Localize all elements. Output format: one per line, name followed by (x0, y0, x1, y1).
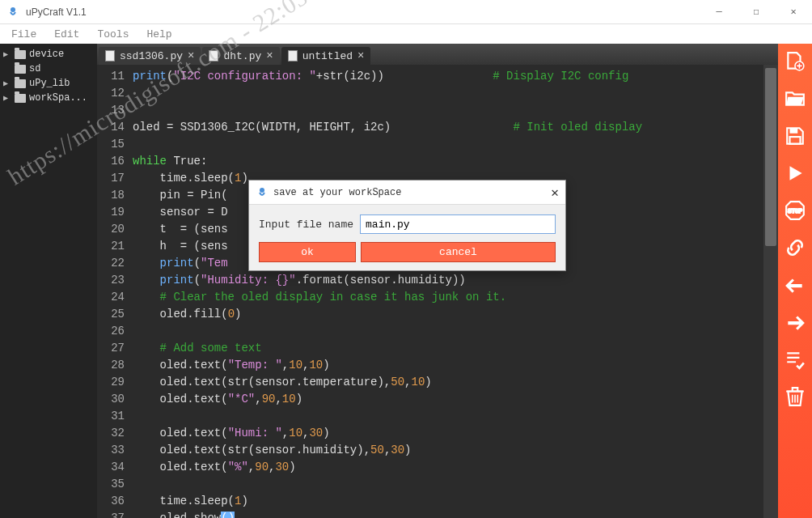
tab-close-icon[interactable]: × (266, 49, 273, 62)
menu-bar: File Edit Tools Help (0, 24, 812, 44)
svg-point-5 (260, 188, 264, 193)
connect-icon[interactable] (782, 235, 808, 261)
line-number-gutter: 11 12 13 14 15 16 17 18 19 20 21 22 23 2… (97, 65, 133, 518)
tree-item-device[interactable]: ▶device (0, 47, 97, 62)
svg-point-0 (11, 7, 15, 12)
tab-untitled[interactable]: untitled× (281, 47, 371, 65)
tree-item-workspace[interactable]: ▶workSpa... (0, 91, 97, 105)
file-tree-sidebar: ▶device sd ▶uPy_lib ▶workSpa... (0, 44, 97, 518)
dialog-title-text: save at your workSpace (273, 187, 401, 198)
save-icon[interactable] (782, 123, 808, 149)
tab-close-icon[interactable]: × (357, 49, 364, 62)
scrollbar-thumb[interactable] (765, 68, 776, 246)
title-bar: uPyCraft V1.1 ─ ☐ ✕ (0, 0, 812, 24)
new-file-icon[interactable] (782, 49, 808, 74)
delete-icon[interactable] (782, 384, 808, 410)
folder-icon (15, 79, 26, 88)
stop-icon[interactable]: STOP (782, 197, 808, 223)
document-icon (288, 50, 298, 62)
filename-input[interactable] (360, 214, 556, 234)
minimize-button[interactable]: ─ (700, 0, 738, 24)
save-dialog: save at your workSpace ✕ Input file name… (248, 180, 566, 271)
svg-rect-3 (790, 137, 801, 144)
folder-icon (15, 65, 26, 74)
tree-item-upylib[interactable]: ▶uPy_lib (0, 76, 97, 91)
close-button[interactable]: ✕ (775, 0, 812, 24)
tab-dhtpy[interactable]: dht.py× (202, 47, 279, 65)
run-icon[interactable] (782, 160, 808, 186)
undo-icon[interactable] (782, 272, 808, 298)
menu-tools[interactable]: Tools (91, 27, 135, 42)
svg-rect-2 (790, 128, 798, 134)
document-icon (209, 50, 218, 62)
app-logo-icon (256, 186, 269, 199)
menu-file[interactable]: File (5, 27, 43, 42)
right-toolbar: STOP (778, 44, 812, 518)
dialog-close-icon[interactable]: ✕ (551, 185, 559, 201)
tree-item-sd[interactable]: sd (0, 62, 97, 76)
editor-area: ssd1306.py×dht.py×untitled× 11 12 13 14 … (97, 44, 778, 518)
window-title: uPyCraft V1.1 (26, 6, 87, 18)
filename-label: Input file name (259, 219, 353, 231)
tab-ssd1306py[interactable]: ssd1306.py× (99, 47, 201, 65)
svg-text:STOP: STOP (788, 208, 803, 214)
folder-icon (15, 94, 26, 103)
open-file-icon[interactable] (782, 86, 808, 112)
folder-icon (15, 50, 26, 59)
ok-button[interactable]: ok (259, 242, 356, 262)
maximize-button[interactable]: ☐ (738, 0, 775, 24)
document-icon (105, 50, 115, 62)
check-icon[interactable] (782, 346, 808, 372)
vertical-scrollbar[interactable] (763, 65, 778, 518)
app-logo-icon (6, 6, 19, 19)
menu-edit[interactable]: Edit (48, 27, 86, 42)
cancel-button[interactable]: cancel (361, 242, 556, 262)
redo-icon[interactable] (782, 309, 808, 335)
dialog-titlebar: save at your workSpace ✕ (249, 180, 565, 205)
tab-bar: ssd1306.py×dht.py×untitled× (97, 44, 778, 65)
code-editor[interactable]: print("I2C configuration: "+str(i2c)) # … (133, 65, 778, 518)
menu-help[interactable]: Help (140, 27, 178, 42)
tab-close-icon[interactable]: × (188, 49, 194, 62)
